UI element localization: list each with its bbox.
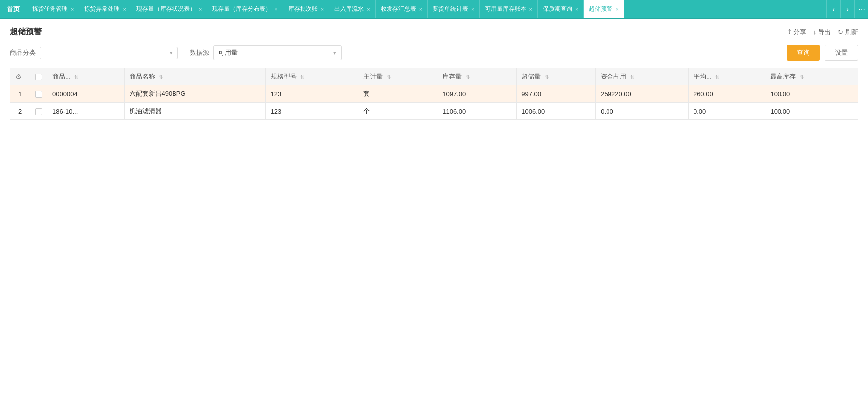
cell-stock-1: 1097.00 [437, 85, 517, 103]
nav-tab-label-8: 可用量库存账本 [485, 5, 526, 13]
nav-tab-label-5: 出入库流水 [334, 5, 364, 13]
top-nav: 首页 拣货任务管理 × 拣货异常处理 × 现存量（库存状况表） × 现存量（库存… [0, 0, 868, 19]
sort-icon-stock: ⇅ [466, 74, 470, 79]
table-row: 2 186-10... 机油滤清器 123 个 1106.00 1006.00 … [10, 103, 858, 120]
row-cb-1[interactable] [35, 91, 42, 98]
sort-icon-max-stock: ⇅ [800, 74, 804, 79]
cell-unit-1: 套 [358, 85, 437, 103]
nav-arrow-more[interactable]: ⋯ [854, 0, 868, 19]
nav-tab-9[interactable]: 保质期查询 × [538, 0, 584, 19]
cell-avg-1: 260.00 [688, 85, 765, 103]
cell-stock-2: 1106.00 [437, 103, 517, 120]
header-actions: ⤴ 分享 ↓ 导出 ↻ 刷新 [788, 28, 859, 37]
export-label: 导出 [818, 28, 831, 37]
page-title: 超储预警 [10, 27, 42, 37]
th-capital[interactable]: 资金占用 ⇅ [596, 68, 689, 85]
th-checkbox[interactable] [30, 68, 47, 85]
cell-max-stock-1: 100.00 [765, 85, 858, 103]
cell-unit-2: 个 [358, 103, 437, 120]
row-checkbox-1[interactable] [30, 85, 47, 103]
th-max-stock[interactable]: 最高库存 ⇅ [765, 68, 858, 85]
nav-tab-close-6[interactable]: × [419, 6, 422, 12]
datasource-select[interactable]: 可用量 ▾ [213, 45, 342, 60]
nav-tab-close-3[interactable]: × [274, 6, 277, 12]
th-product-name[interactable]: 商品名称 ⇅ [124, 68, 265, 85]
cell-spec-2: 123 [265, 103, 358, 120]
cell-overstock-1: 997.00 [517, 85, 596, 103]
nav-tab-2[interactable]: 现存量（库存状况表） × [131, 0, 207, 19]
export-button[interactable]: ↓ 导出 [813, 28, 831, 37]
nav-tab-1[interactable]: 拣货异常处理 × [79, 0, 131, 19]
cell-product-name-2: 机油滤清器 [124, 103, 265, 120]
nav-tab-7[interactable]: 要货单统计表 × [428, 0, 479, 19]
nav-tab-8[interactable]: 可用量库存账本 × [480, 0, 538, 19]
nav-tab-close-5[interactable]: × [367, 6, 370, 12]
th-product-code[interactable]: 商品... ⇅ [47, 68, 125, 85]
nav-tab-label-6: 收发存汇总表 [381, 5, 416, 13]
sort-icon-unit: ⇅ [387, 74, 391, 79]
export-icon: ↓ [813, 28, 817, 36]
datasource-label: 数据源 [190, 48, 209, 57]
settings-button[interactable]: 设置 [825, 45, 858, 61]
query-button[interactable]: 查询 [787, 45, 820, 61]
filter-datasource: 数据源 可用量 ▾ [190, 45, 342, 60]
nav-tab-close-8[interactable]: × [529, 6, 532, 12]
cell-avg-2: 0.00 [688, 103, 765, 120]
row-num-1: 1 [10, 85, 30, 103]
settings-gear-icon[interactable]: ⚙ [15, 73, 22, 80]
nav-arrow-right[interactable]: › [840, 0, 854, 19]
cell-product-name-1: 六配套新昌490BPG [124, 85, 265, 103]
th-stock[interactable]: 库存量 ⇅ [437, 68, 517, 85]
sort-icon-product-name: ⇅ [159, 74, 163, 79]
nav-tab-label-4: 库存批次账 [288, 5, 318, 13]
category-label: 商品分类 [10, 48, 36, 57]
sort-icon-product-code: ⇅ [74, 74, 78, 79]
nav-tab-5[interactable]: 出入库流水 × [329, 0, 375, 19]
th-overstock[interactable]: 超储量 ⇅ [517, 68, 596, 85]
cell-capital-2: 0.00 [596, 103, 689, 120]
share-icon: ⤴ [788, 28, 791, 36]
nav-home[interactable]: 首页 [0, 0, 27, 19]
nav-arrows: ‹ › ⋯ [826, 0, 868, 19]
table-header: ⚙ 商品... ⇅ 商品名称 ⇅ 规格型号 ⇅ 主计量 [10, 68, 858, 85]
nav-tab-3[interactable]: 现存量（库存分布表） × [207, 0, 283, 19]
nav-tab-close-4[interactable]: × [321, 6, 324, 12]
cell-max-stock-2: 100.00 [765, 103, 858, 120]
th-unit[interactable]: 主计量 ⇅ [358, 68, 437, 85]
nav-tab-close-1[interactable]: × [123, 6, 126, 12]
refresh-icon: ↻ [838, 28, 843, 36]
page-content: 超储预警 ⤴ 分享 ↓ 导出 ↻ 刷新 商品分类 ▾ 数据源 [0, 19, 868, 395]
nav-tab-0[interactable]: 拣货任务管理 × [27, 0, 79, 19]
nav-tab-6[interactable]: 收发存汇总表 × [376, 0, 428, 19]
datasource-chevron-icon: ▾ [333, 50, 336, 56]
datasource-value: 可用量 [218, 48, 238, 57]
refresh-button[interactable]: ↻ 刷新 [838, 28, 858, 37]
nav-tab-close-0[interactable]: × [71, 6, 74, 12]
cell-spec-1: 123 [265, 85, 358, 103]
row-cb-2[interactable] [35, 108, 42, 115]
share-button[interactable]: ⤴ 分享 [788, 28, 806, 37]
table-body: 1 0000004 六配套新昌490BPG 123 套 1097.00 997.… [10, 85, 858, 120]
row-checkbox-2[interactable] [30, 103, 47, 120]
row-num-2: 2 [10, 103, 30, 120]
nav-tab-label-3: 现存量（库存分布表） [212, 5, 271, 13]
th-avg[interactable]: 平均... ⇅ [688, 68, 765, 85]
sort-icon-overstock: ⇅ [545, 74, 549, 79]
table-row: 1 0000004 六配套新昌490BPG 123 套 1097.00 997.… [10, 85, 858, 103]
page-header: 超储预警 ⤴ 分享 ↓ 导出 ↻ 刷新 [10, 27, 858, 37]
nav-tab-close-7[interactable]: × [471, 6, 474, 12]
nav-tab-close-10[interactable]: × [615, 6, 618, 12]
th-settings[interactable]: ⚙ [10, 68, 30, 85]
cell-overstock-2: 1006.00 [517, 103, 596, 120]
sort-icon-avg: ⇅ [715, 74, 719, 79]
nav-tab-close-9[interactable]: × [575, 6, 578, 12]
category-select[interactable]: ▾ [40, 47, 178, 59]
th-spec[interactable]: 规格型号 ⇅ [265, 68, 358, 85]
nav-tab-10[interactable]: 超储预警 × [584, 0, 624, 19]
header-checkbox[interactable] [35, 74, 42, 80]
nav-arrow-left[interactable]: ‹ [826, 0, 840, 19]
nav-tab-close-2[interactable]: × [199, 6, 202, 12]
filter-row: 商品分类 ▾ 数据源 可用量 ▾ 查询 设置 [10, 45, 858, 61]
cell-product-code-1: 0000004 [47, 85, 125, 103]
nav-tab-4[interactable]: 库存批次账 × [283, 0, 329, 19]
